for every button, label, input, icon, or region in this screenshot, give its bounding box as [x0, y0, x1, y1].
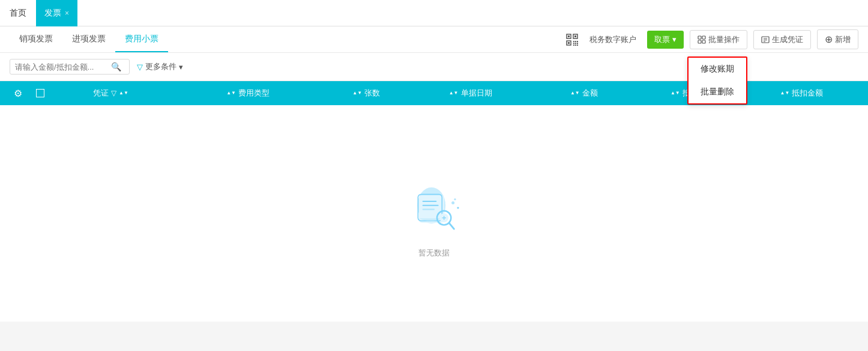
invoice-tab[interactable]: 发票 × [36, 0, 77, 26]
filter-icon: ▽ [137, 63, 143, 72]
amount-sort-icon[interactable]: ▲▼ [570, 91, 580, 96]
add-new-icon: ⊕ [825, 34, 833, 45]
voucher-sort-icon[interactable]: ▲▼ [119, 91, 128, 96]
generate-voucher-icon [761, 35, 770, 44]
qr-icon-button[interactable] [565, 33, 579, 46]
search-input[interactable] [15, 63, 111, 72]
th-count: ▲▼ 张数 [324, 88, 409, 99]
svg-rect-9 [575, 43, 576, 44]
svg-rect-11 [577, 43, 578, 44]
count-sort-icon[interactable]: ▲▼ [352, 91, 362, 96]
svg-rect-3 [574, 35, 576, 37]
th-date: ▲▼ 单据日期 [409, 88, 532, 99]
more-conditions-label: 更多条件 [145, 61, 176, 72]
batch-ops-dropdown: 修改账期 批量删除 [687, 56, 747, 105]
th-expense-type: ▲▼ 费用类型 [172, 88, 324, 99]
qr-icon [565, 33, 579, 46]
svg-rect-12 [573, 44, 574, 46]
tab-sales-invoice-label: 销项发票 [19, 34, 53, 44]
more-conditions-button[interactable]: ▽ 更多条件 ▾ [137, 61, 183, 72]
tab-purchase-invoice-label: 进项发票 [72, 34, 106, 44]
svg-rect-15 [698, 36, 701, 39]
batch-icon [698, 35, 706, 44]
svg-rect-7 [575, 41, 576, 42]
svg-point-35 [457, 207, 459, 209]
tax-digital-button[interactable]: 税务数字账户 [585, 34, 641, 45]
svg-rect-5 [568, 42, 570, 44]
empty-state-icon [404, 180, 464, 240]
svg-rect-13 [575, 44, 576, 46]
tab-expense-ticket-label: 费用小票 [125, 34, 158, 44]
main-content: ⚙ 凭证 ▽ ▲▼ ▲▼ 费用类型 ▲▼ 张数 ▲▼ 单据日期 ▲▼ 金额 ▲▼… [0, 81, 868, 322]
th-check[interactable] [31, 89, 49, 97]
th-count-label: 张数 [364, 88, 380, 99]
svg-rect-6 [573, 41, 574, 42]
tab-purchase-invoice[interactable]: 进项发票 [62, 26, 115, 52]
svg-line-31 [449, 223, 454, 229]
th-deduct-amount: ▲▼ 抵扣金额 [740, 88, 863, 99]
th-amount: ▲▼ 金额 [532, 88, 636, 99]
quepiao-button[interactable]: 取票 ▾ [647, 31, 684, 49]
search-input-wrap[interactable]: 🔍 [10, 59, 130, 75]
quepiao-arrow-icon: ▾ [672, 35, 677, 44]
close-icon[interactable]: × [65, 9, 69, 17]
svg-rect-17 [698, 40, 701, 43]
more-conditions-arrow-icon: ▾ [179, 63, 183, 72]
empty-state: 暂无数据 [0, 105, 868, 322]
add-new-button[interactable]: ⊕ 新增 [817, 29, 858, 49]
svg-rect-1 [568, 35, 570, 37]
sub-tabs-bar: 销项发票 进项发票 费用小票 [0, 26, 868, 53]
svg-point-36 [454, 198, 456, 200]
sub-tabs-right: 税务数字账户 取票 ▾ 批量操作 修改账期 批量删除 [565, 29, 858, 49]
search-icon: 🔍 [111, 62, 121, 72]
th-amount-label: 金额 [582, 88, 598, 99]
select-all-checkbox[interactable] [36, 89, 44, 97]
expense-type-sort-icon[interactable]: ▲▼ [226, 91, 236, 96]
sub-tabs-left: 销项发票 进项发票 费用小票 [10, 26, 168, 52]
deduct-amount-sort-icon[interactable]: ▲▼ [780, 91, 790, 96]
batch-ops-wrapper: 批量操作 修改账期 批量删除 [690, 30, 747, 49]
batch-ops-button[interactable]: 批量操作 [690, 30, 747, 49]
svg-rect-8 [573, 43, 574, 44]
th-settings[interactable]: ⚙ [5, 88, 31, 99]
th-voucher-label: 凭证 [93, 88, 109, 99]
quepiao-label: 取票 [654, 34, 670, 45]
date-sort-icon[interactable]: ▲▼ [449, 91, 459, 96]
batch-delete-item[interactable]: 批量删除 [689, 81, 746, 103]
add-new-label: 新增 [835, 34, 851, 45]
th-date-label: 单据日期 [461, 88, 492, 99]
th-deduct-amount-label: 抵扣金额 [792, 88, 823, 99]
th-voucher: 凭证 ▽ ▲▼ [49, 88, 172, 99]
empty-state-text: 暂无数据 [418, 248, 450, 258]
invoice-tab-label: 发票 [44, 8, 61, 19]
generate-voucher-button[interactable]: 生成凭证 [753, 30, 811, 49]
th-expense-type-label: 费用类型 [238, 88, 270, 99]
svg-point-34 [451, 201, 454, 204]
tab-sales-invoice[interactable]: 销项发票 [10, 26, 62, 52]
svg-rect-16 [702, 36, 705, 39]
settings-gear-icon[interactable]: ⚙ [14, 88, 22, 99]
svg-rect-10 [577, 41, 578, 42]
deduct-rate-sort-icon[interactable]: ▲▼ [671, 91, 680, 96]
voucher-filter-icon[interactable]: ▽ [111, 89, 116, 97]
modify-period-item[interactable]: 修改账期 [689, 58, 746, 81]
top-nav: 首页 发票 × [0, 0, 868, 26]
svg-rect-18 [702, 40, 705, 43]
tab-expense-ticket[interactable]: 费用小票 [115, 26, 168, 52]
home-tab[interactable]: 首页 [10, 8, 36, 19]
batch-ops-label: 批量操作 [708, 34, 740, 45]
svg-rect-14 [577, 44, 578, 46]
generate-voucher-label: 生成凭证 [772, 34, 803, 45]
